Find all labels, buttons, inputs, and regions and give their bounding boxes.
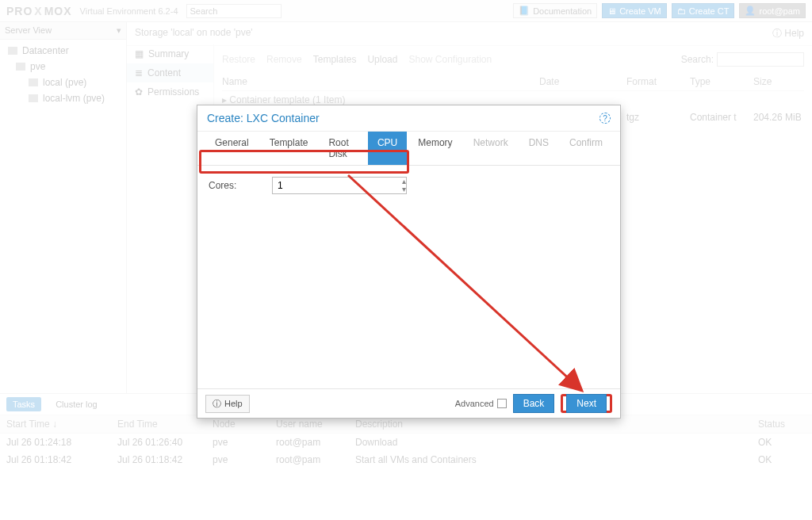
task-row[interactable]: Jul 26 01:18:42Jul 26 01:18:42 pveroot@p… [0,451,812,468]
content-search-input[interactable] [717,52,804,67]
tree-node-pve[interactable]: pve [0,59,126,75]
advanced-toggle[interactable]: Advanced [455,399,507,408]
user-menu-button[interactable]: 👤 root@pam [739,3,806,18]
tab-root-disk[interactable]: Root Disk [319,132,366,165]
content-toolbar: Restore Remove Templates Upload Show Con… [222,49,804,70]
tab-cluster-log[interactable]: Cluster log [49,397,104,411]
tree-datacenter[interactable]: Datacenter [0,43,126,59]
cores-label: Cores: [209,180,264,191]
left-panel: Server View▾ Datacenter pve local (pve) … [0,22,127,393]
breadcrumb: Storage 'local' on node 'pve' [135,27,253,40]
tab-content[interactable]: ≣ Content [127,63,213,82]
next-button[interactable]: Next [566,394,607,413]
tree-storage-local-lvm[interactable]: local-lvm (pve) [0,90,126,106]
create-lxc-dialog: Create: LXC Container ? General Template… [197,105,621,419]
brand-logo: PROXMOX [6,5,72,17]
cores-stepper[interactable]: ▴▾ [272,177,407,194]
tab-permissions[interactable]: ✿ Permissions [127,82,213,101]
tab-network: Network [464,132,518,165]
help-button[interactable]: ⓘ Help [205,395,250,413]
dialog-title: Create: LXC Container [207,112,320,124]
search-label: Search: [681,54,714,65]
wizard-tabs: General Template Root Disk CPU Memory Ne… [197,132,620,166]
tab-memory[interactable]: Memory [408,132,462,165]
tab-template[interactable]: Template [260,132,318,165]
global-search-input[interactable] [186,4,282,18]
grid-header: NameDate FormatTypeSize [222,73,804,91]
tab-confirm: Confirm [560,132,612,165]
create-vm-button[interactable]: 🖥 Create VM [602,3,667,18]
documentation-button[interactable]: 📘 Documentation [513,3,597,18]
version-label: Virtual Environment 6.2-4 [80,6,178,16]
advanced-checkbox[interactable] [497,399,507,408]
upload-button[interactable]: Upload [367,54,397,65]
back-button[interactable]: Back [513,394,555,413]
restore-button[interactable]: Restore [222,54,255,65]
chevron-updown-icon[interactable]: ▴▾ [401,178,406,193]
help-link[interactable]: ⓘ Help [772,27,804,40]
tree-storage-local[interactable]: local (pve) [0,75,126,90]
tab-tasks[interactable]: Tasks [6,397,41,411]
tab-cpu[interactable]: CPU [368,132,407,165]
tab-general[interactable]: General [205,132,259,165]
create-ct-button[interactable]: 🗀 Create CT [672,3,735,18]
remove-button[interactable]: Remove [266,54,302,65]
task-row[interactable]: Jul 26 01:24:18Jul 26 01:26:40 pveroot@p… [0,434,812,451]
view-selector[interactable]: Server View▾ [0,22,126,40]
cores-input[interactable] [273,180,401,191]
close-icon[interactable]: ? [599,113,611,124]
tab-dns: DNS [519,132,558,165]
show-config-button[interactable]: Show Configuration [408,54,492,65]
top-bar: PROXMOX Virtual Environment 6.2-4 📘 Docu… [0,0,812,22]
tab-summary[interactable]: ▦ Summary [127,44,213,63]
templates-button[interactable]: Templates [313,54,357,65]
